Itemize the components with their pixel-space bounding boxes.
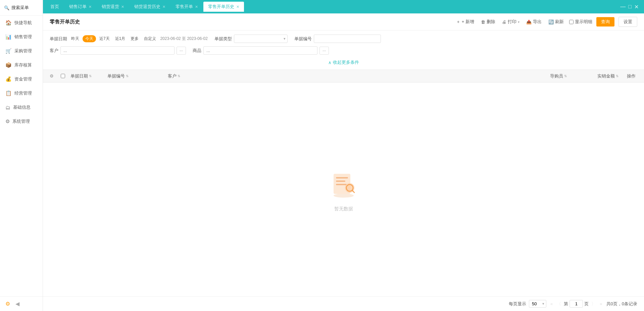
page-header: 零售开单历史 ＋ + 新增 🗑 删除 🖨 打印 ▾ 📤 导出 [43, 13, 644, 31]
add-icon: ＋ [456, 19, 460, 25]
date-btn-yesterday[interactable]: 昨天 [69, 35, 81, 42]
sidebar-item-basic-info[interactable]: 🗂基础信息 [0, 100, 43, 114]
sidebar-label-finance: 资金管理 [14, 76, 32, 82]
tab-home[interactable]: 首页 [46, 2, 64, 12]
settings-icon[interactable]: ⚙ [5, 301, 10, 307]
table-settings-icon[interactable]: ⚙ [46, 73, 58, 79]
col-header-salesperson[interactable]: 导购员 ⇅ [547, 73, 581, 79]
svg-rect-2 [336, 177, 348, 178]
print-dropdown-icon: ▾ [518, 20, 519, 24]
filter-area: 单据日期 昨天 今天 近7天 近1月 更多 自定义 2023-06-02 至 2… [43, 31, 644, 70]
collapse-more-conditions[interactable]: ∧ 收起更多条件 [50, 58, 637, 65]
date-btn-7days[interactable]: 近7天 [97, 35, 112, 42]
svg-rect-3 [336, 180, 345, 182]
customer-ellipsis-button[interactable]: ··· [177, 47, 186, 55]
sort-amount-icon: ⇅ [616, 74, 618, 78]
main-area: 首页销售订单✕销货退货✕销货退货历史✕零售开单✕零售开单历史✕ — □ ✕ 零售… [43, 0, 644, 311]
tab-close-retail-history[interactable]: ✕ [236, 5, 239, 9]
sidebar-item-sys-mgmt[interactable]: ⚙系统管理 [0, 114, 43, 128]
sidebar-label-operations: 经营管理 [14, 90, 32, 96]
select-all-checkbox[interactable] [61, 74, 65, 78]
tab-close-sales-return-history[interactable]: ✕ [162, 5, 165, 9]
sidebar-icon-sales-mgmt: 📊 [5, 34, 12, 40]
sidebar-item-operations[interactable]: 📋经营管理 [0, 86, 43, 100]
delete-icon: 🗑 [481, 19, 485, 24]
collapse-icon[interactable]: ◀ [15, 301, 19, 307]
tab-label-sales-order: 销售订单 [69, 4, 87, 10]
empty-state-icon [327, 167, 360, 201]
page-size-select[interactable]: 20 50 100 [529, 300, 546, 308]
goods-input[interactable] [203, 46, 317, 55]
show-detail-checkbox[interactable] [569, 20, 574, 24]
svg-point-0 [334, 194, 354, 198]
order-type-select-wrapper: ▾ [234, 35, 288, 43]
sidebar-icon-operations: 📋 [5, 90, 12, 96]
delete-button[interactable]: 🗑 删除 [480, 18, 497, 25]
close-button[interactable]: ✕ [634, 4, 639, 10]
date-range-display: 2023-06-02 至 2023-06-02 [160, 36, 207, 42]
collapse-label: 收起更多条件 [333, 59, 359, 65]
sidebar-item-quick-nav[interactable]: 🏠快捷导航 [0, 16, 43, 30]
col-header-customer[interactable]: 客户 ⇅ [165, 73, 547, 79]
page-number-input[interactable] [569, 300, 583, 308]
date-filter-label: 单据日期 [50, 36, 67, 42]
sidebar-label-quick-nav: 快捷导航 [14, 20, 32, 26]
page-label: 第 [564, 301, 568, 307]
date-btn-more[interactable]: 更多 [129, 35, 141, 42]
tab-retail-open[interactable]: 零售开单✕ [171, 2, 203, 12]
tab-sales-return-history[interactable]: 销货退货历史✕ [130, 2, 170, 12]
next-page-button[interactable]: 〉 [590, 300, 597, 308]
export-button[interactable]: 📤 导出 [525, 18, 543, 25]
table-select-all[interactable] [58, 74, 68, 78]
minimize-button[interactable]: — [620, 4, 626, 10]
tab-retail-history[interactable]: 零售开单历史✕ [203, 2, 244, 12]
show-detail-toggle[interactable]: 显示明细 [569, 19, 592, 25]
refresh-button[interactable]: 🔄 刷新 [547, 18, 565, 25]
sidebar-item-purchase-mgmt[interactable]: 🛒采购管理 [0, 44, 43, 58]
sidebar-menu: 🏠快捷导航📊销售管理🛒采购管理📦库存核算💰资金管理📋经营管理🗂基础信息⚙系统管理 [0, 16, 43, 296]
table-header: ⚙ 单据日期 ⇅ 单据编号 ⇅ 客户 ⇅ 导购员 ⇅ [43, 70, 644, 83]
col-header-date[interactable]: 单据日期 ⇅ [68, 73, 105, 79]
sidebar-item-sales-mgmt[interactable]: 📊销售管理 [0, 30, 43, 44]
page-nav: « 〈 第 页 〉 » [549, 300, 603, 308]
add-button[interactable]: ＋ + 新增 [455, 18, 476, 25]
sidebar-item-inventory[interactable]: 📦库存核算 [0, 58, 43, 72]
tab-sales-return[interactable]: 销货退货✕ [97, 2, 129, 12]
table-area: ⚙ 单据日期 ⇅ 单据编号 ⇅ 客户 ⇅ 导购员 ⇅ [43, 70, 644, 296]
last-page-button[interactable]: » [598, 301, 603, 307]
tab-sales-order[interactable]: 销售订单✕ [64, 2, 96, 12]
date-btn-today[interactable]: 今天 [83, 35, 96, 42]
order-type-select[interactable] [234, 35, 288, 43]
date-btn-custom[interactable]: 自定义 [142, 35, 158, 42]
tab-close-sales-order[interactable]: ✕ [89, 5, 92, 9]
filter-row-1: 单据日期 昨天 今天 近7天 近1月 更多 自定义 2023-06-02 至 2… [50, 35, 637, 43]
export-icon: 📤 [526, 19, 532, 24]
tab-close-retail-open[interactable]: ✕ [195, 5, 198, 9]
first-page-button[interactable]: « [549, 301, 554, 307]
order-type-label: 单据类型 [214, 36, 232, 42]
empty-text: 暂无数据 [334, 206, 353, 212]
date-btn-1month[interactable]: 近1月 [113, 35, 128, 42]
sidebar-icon-inventory: 📦 [5, 62, 12, 68]
order-no-input[interactable] [314, 35, 381, 43]
window-controls: — □ ✕ [617, 4, 641, 10]
customer-input[interactable] [60, 46, 175, 55]
tab-close-sales-return[interactable]: ✕ [121, 5, 124, 9]
page-unit: 页 [584, 301, 589, 307]
settings-filter-button[interactable]: 设置 [618, 17, 637, 27]
sort-date-icon: ⇅ [89, 74, 92, 78]
print-button[interactable]: 🖨 打印 ▾ [501, 18, 521, 25]
sidebar-label-inventory: 库存核算 [14, 62, 32, 68]
tab-label-home: 首页 [50, 4, 59, 10]
maximize-button[interactable]: □ [628, 4, 632, 10]
pagination: 每页显示 20 50 100 ▾ « 〈 第 页 〉 » 共0页，0条记录 [43, 296, 644, 311]
col-header-actions: 操作 [621, 73, 641, 79]
sidebar-search[interactable]: 🔍 搜索采单 [0, 0, 43, 16]
col-header-order-no[interactable]: 单据编号 ⇅ [105, 73, 165, 79]
goods-ellipsis-button[interactable]: ··· [319, 47, 329, 55]
print-icon: 🖨 [502, 19, 506, 24]
sidebar-item-finance[interactable]: 💰资金管理 [0, 72, 43, 86]
col-header-amount[interactable]: 实销金额 ⇅ [581, 73, 621, 79]
query-button[interactable]: 查询 [596, 17, 614, 27]
prev-page-button[interactable]: 〈 [555, 300, 562, 308]
